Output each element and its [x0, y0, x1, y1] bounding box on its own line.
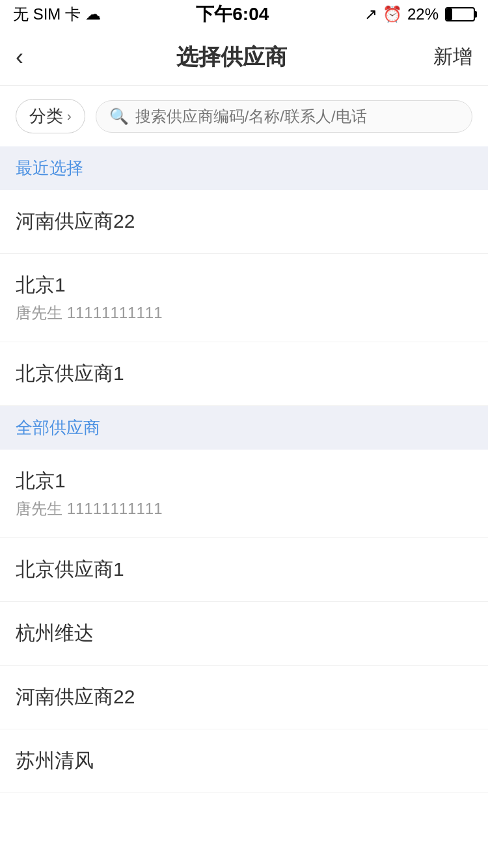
item-name: 北京1 [16, 272, 472, 299]
item-name: 河南供应商22 [16, 208, 472, 235]
page-title: 选择供应商 [30, 42, 433, 72]
add-button[interactable]: 新增 [433, 44, 472, 70]
back-button[interactable]: ‹ [9, 37, 30, 77]
list-item-a3[interactable]: 杭州维达 [0, 602, 488, 666]
list-item-r3[interactable]: 北京供应商1 [0, 342, 488, 406]
section-header-recent: 最近选择 [0, 146, 488, 190]
item-name: 北京供应商1 [16, 556, 472, 583]
item-name: 北京1 [16, 468, 472, 495]
sim-label: 无 SIM 卡 ☁ [13, 4, 101, 25]
item-name: 杭州维达 [16, 620, 472, 647]
list-item-r2[interactable]: 北京1唐先生 11111111111 [0, 254, 488, 342]
search-input[interactable] [135, 107, 459, 126]
item-sub: 唐先生 11111111111 [16, 498, 472, 519]
nav-bar: ‹ 选择供应商 新增 [0, 29, 488, 86]
status-right: ↗ ⏰ 22% [364, 5, 475, 23]
search-icon: 🔍 [109, 107, 129, 126]
battery-percent: 22% [407, 5, 439, 23]
category-filter-button[interactable]: 分类 › [16, 99, 85, 133]
status-time: 下午6:04 [196, 2, 269, 27]
sections-container: 最近选择河南供应商22北京1唐先生 11111111111北京供应商1全部供应商… [0, 146, 488, 793]
alarm-icon: ⏰ [383, 5, 402, 23]
list-item-a1[interactable]: 北京1唐先生 11111111111 [0, 450, 488, 538]
list-item-r1[interactable]: 河南供应商22 [0, 190, 488, 254]
search-box[interactable]: 🔍 [96, 100, 472, 133]
section-header-all: 全部供应商 [0, 406, 488, 450]
status-left: 无 SIM 卡 ☁ [13, 4, 101, 25]
list-item-a4[interactable]: 河南供应商22 [0, 666, 488, 729]
filter-bar: 分类 › 🔍 [0, 86, 488, 146]
list-item-a5[interactable]: 苏州清风 [0, 729, 488, 793]
item-sub: 唐先生 11111111111 [16, 303, 472, 323]
item-name: 苏州清风 [16, 748, 472, 774]
location-icon: ↗ [364, 5, 377, 23]
category-arrow-icon: › [67, 109, 72, 124]
battery-icon [445, 7, 475, 21]
status-bar: 无 SIM 卡 ☁ 下午6:04 ↗ ⏰ 22% [0, 0, 488, 29]
item-name: 北京供应商1 [16, 360, 472, 387]
item-name: 河南供应商22 [16, 684, 472, 711]
category-label: 分类 [29, 105, 63, 128]
list-item-a2[interactable]: 北京供应商1 [0, 538, 488, 602]
